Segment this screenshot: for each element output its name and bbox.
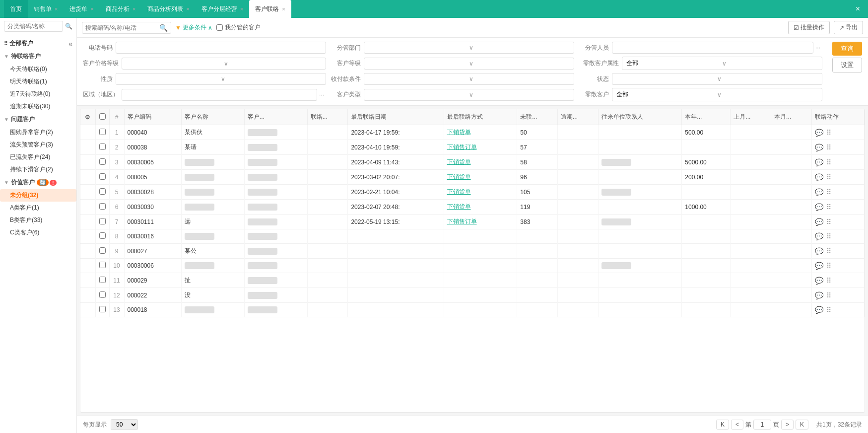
contact-way-link[interactable]: 下销货单 (447, 203, 471, 210)
window-close-icon[interactable]: × (852, 4, 864, 13)
chat-icon[interactable]: 💬 (815, 277, 823, 285)
chat-icon[interactable]: 💬 (815, 203, 823, 211)
page-number-input[interactable] (753, 420, 771, 430)
sidebar-item-hoarding[interactable]: 囤购异常客户(2) (0, 126, 76, 139)
customer-level-select[interactable]: ∨ (364, 58, 574, 70)
sidebar-item-unclassified[interactable]: 未分组(32) (0, 189, 76, 202)
apps-icon[interactable]: ⠿ (826, 144, 831, 151)
tab-product-analysis-list-close[interactable]: × (186, 6, 189, 12)
page-size-select[interactable]: 50 20 100 (111, 419, 138, 430)
query-button[interactable]: 查询 (832, 42, 862, 56)
search-icon[interactable]: 🔍 (159, 24, 168, 32)
nature-select[interactable]: ∨ (116, 73, 326, 85)
sidebar-item-class-c[interactable]: C类客户(6) (0, 226, 76, 239)
apps-icon[interactable]: ⠿ (826, 291, 831, 299)
tab-customer-contact[interactable]: 客户联络 × (249, 0, 291, 18)
sidebar-item-declining[interactable]: 持续下滑客户(2) (0, 163, 76, 176)
sidebar-item-7days-pending[interactable]: 近7天待联络(0) (0, 88, 76, 100)
manager-dots-btn[interactable]: ··· (813, 44, 822, 51)
apps-icon[interactable]: ⠿ (826, 158, 831, 166)
retail-customer-select[interactable]: 全部 ∨ (612, 88, 822, 101)
sidebar-item-churn-warning[interactable]: 流失预警客户(3) (0, 139, 76, 151)
sidebar-collapse-icon[interactable]: « (68, 40, 72, 48)
status-select[interactable]: ∨ (612, 73, 822, 85)
page-prev-btn[interactable]: < (731, 420, 743, 430)
tab-product-analysis-list[interactable]: 商品分析列表 × (141, 0, 195, 18)
customer-type-select[interactable]: ∨ (364, 89, 574, 101)
row-checkbox[interactable] (99, 277, 106, 283)
sidebar-item-churned[interactable]: 已流失客户(24) (0, 151, 76, 163)
apps-icon[interactable]: ⠿ (826, 203, 831, 211)
tab-customer-contact-close[interactable]: × (282, 6, 285, 12)
manager-input[interactable] (612, 42, 813, 54)
row-checkbox[interactable] (99, 218, 106, 224)
contact-way-link[interactable]: 下销售订单 (447, 144, 477, 150)
search-input[interactable] (85, 24, 159, 31)
more-conditions-btn[interactable]: ▼ 更多条件 ∧ (175, 23, 212, 32)
chat-icon[interactable]: 💬 (815, 173, 823, 181)
region-dots-btn[interactable]: ··· (317, 91, 326, 98)
region-input[interactable] (122, 89, 317, 101)
apps-icon[interactable]: ⠿ (826, 218, 831, 226)
contact-way-link[interactable]: 下销售订单 (447, 218, 477, 225)
contact-way-link[interactable]: 下销货单 (447, 129, 471, 136)
page-first-btn[interactable]: K (716, 420, 729, 430)
export-button[interactable]: ↗ 导出 (834, 21, 863, 34)
sidebar-search-icon[interactable]: 🔍 (65, 23, 72, 30)
tab-customer-segment[interactable]: 客户分层经营 × (196, 0, 249, 18)
tab-product-analysis-close[interactable]: × (133, 6, 135, 12)
row-checkbox[interactable] (99, 247, 106, 254)
sidebar-search-input[interactable] (4, 21, 63, 32)
apps-icon[interactable]: ⠿ (826, 129, 831, 137)
page-next-btn[interactable]: > (781, 420, 794, 430)
row-checkbox[interactable] (99, 158, 106, 165)
row-checkbox[interactable] (99, 203, 106, 210)
contact-way-link[interactable]: 下销货单 (447, 173, 471, 180)
apps-icon[interactable]: ⠿ (826, 262, 831, 270)
row-checkbox[interactable] (99, 306, 106, 312)
col-gear[interactable]: ⚙ (80, 109, 95, 125)
tab-product-analysis[interactable]: 商品分析 × (100, 0, 141, 18)
chat-icon[interactable]: 💬 (815, 158, 823, 166)
sidebar-item-tomorrow-pending[interactable]: 明天待联络(1) (0, 75, 76, 88)
contact-way-link[interactable]: 下销货单 (447, 188, 471, 195)
chat-icon[interactable]: 💬 (815, 247, 823, 255)
row-checkbox[interactable] (99, 291, 106, 298)
sidebar-group-value[interactable]: ▼ 价值客户 🔄 ! (0, 176, 76, 189)
chat-icon[interactable]: 💬 (815, 144, 823, 151)
select-all-checkbox[interactable] (99, 113, 106, 120)
chat-icon[interactable]: 💬 (815, 218, 823, 226)
apps-icon[interactable]: ⠿ (826, 277, 831, 285)
chat-icon[interactable]: 💬 (815, 188, 823, 196)
chat-icon[interactable]: 💬 (815, 291, 823, 299)
sidebar-item-class-b[interactable]: B类客户(33) (0, 214, 76, 226)
tab-sales-close[interactable]: × (55, 6, 58, 12)
apps-icon[interactable]: ⠿ (826, 306, 831, 314)
sidebar-group-pending[interactable]: ▼ 待联络客户 (0, 50, 76, 63)
chat-icon[interactable]: 💬 (815, 262, 823, 270)
row-checkbox[interactable] (99, 144, 106, 150)
dept-select[interactable]: ∨ (364, 42, 574, 54)
my-customers-checkbox[interactable] (216, 24, 223, 31)
tab-purchase[interactable]: 进货单 × (64, 0, 99, 18)
sidebar-item-today-pending[interactable]: 今天待联络(0) (0, 63, 76, 75)
row-checkbox[interactable] (99, 188, 106, 195)
retail-attr-select[interactable]: 全部 ∨ (622, 57, 822, 70)
batch-ops-button[interactable]: ☑ 批量操作 (788, 21, 830, 34)
row-checkbox[interactable] (99, 129, 106, 135)
chat-icon[interactable]: 💬 (815, 129, 823, 137)
row-checkbox[interactable] (99, 232, 106, 239)
tab-customer-segment-close[interactable]: × (240, 6, 243, 12)
apps-icon[interactable]: ⠿ (826, 173, 831, 181)
row-checkbox[interactable] (99, 173, 106, 180)
contact-way-link[interactable]: 下销货单 (447, 158, 471, 165)
chat-icon[interactable]: 💬 (815, 232, 823, 240)
sidebar-item-class-a[interactable]: A类客户(1) (0, 202, 76, 214)
page-last-btn[interactable]: K (796, 420, 808, 430)
sidebar-group-problem[interactable]: ▼ 问题客户 (0, 113, 76, 126)
phone-input[interactable] (116, 42, 326, 54)
apps-icon[interactable]: ⠿ (826, 188, 831, 196)
tab-purchase-close[interactable]: × (90, 6, 93, 12)
apps-icon[interactable]: ⠿ (826, 232, 831, 240)
payment-select[interactable]: ∨ (364, 73, 574, 85)
